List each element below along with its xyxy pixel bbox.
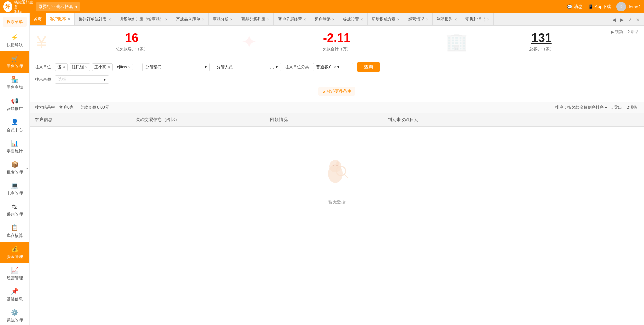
sidebar-item-marketing[interactable]: 📢 营销推广 (0, 94, 29, 115)
right-panel: 首页 客户账本 ✕ 采购订单统计表 ✕ 进货单统计表（按商品） ✕ 产成品入库单… (30, 13, 644, 325)
filter-more-tags[interactable]: ... (135, 65, 138, 69)
tab-product-analysis[interactable]: 商品分析 ✕ (209, 13, 237, 25)
tab-close-purchase-order[interactable]: ✕ (108, 17, 111, 21)
tag-close-wu[interactable]: ✕ (62, 65, 65, 69)
app-download-button[interactable]: 📱 App下载 (588, 4, 611, 10)
sort-label: 排序：按欠款金额倒序排序 (555, 105, 604, 110)
user-menu[interactable]: D demo2 (616, 2, 641, 11)
tab-close-product-analysis-list[interactable]: ✕ (267, 17, 269, 21)
tab-prev-button[interactable]: ◀ (611, 16, 617, 23)
tab-close-profit-report[interactable]: ✕ (454, 17, 457, 21)
tab-profit-report[interactable]: 利润报告 ✕ (433, 13, 461, 25)
tab-close-operation[interactable]: ✕ (426, 17, 428, 21)
sidebar-item-retail[interactable]: 🛒 零售管理 (0, 51, 29, 73)
th-customer-info: 客户信息 (35, 117, 136, 123)
finance-icon: 💰 (11, 245, 18, 253)
tab-customer-contact[interactable]: 客户联络 ✕ (310, 13, 339, 25)
th-repay-info: 回款情况 (270, 117, 388, 123)
top-actions: 💬 消息 📱 App下载 D demo2 (567, 2, 641, 11)
tab-close-product-analysis[interactable]: ✕ (230, 17, 233, 21)
tab-close-all-button[interactable]: ✕ (635, 16, 641, 23)
sidebar-item-purchase[interactable]: 🛍 采购管理 (0, 200, 29, 221)
surplus-select[interactable]: 选择... ▾ (55, 75, 109, 84)
filter-tag-cjttcw: cjttcw ✕ (115, 64, 133, 70)
collapse-button[interactable]: ∧ 收起更多条件 (318, 87, 355, 96)
avatar: D (616, 2, 626, 11)
tab-actions: ◀ ▶ ⤢ ✕ (611, 16, 644, 23)
from-unit-label: 往来单位 (35, 64, 51, 70)
empty-text: 暂无数据 (328, 199, 346, 205)
logo-area: 好 畅捷通好生意 标版 (3, 0, 33, 14)
sidebar-item-wholesale[interactable]: 📦 批发管理 ▾ (0, 157, 29, 179)
sidebar-item-quick-nav[interactable]: ⚡ 快捷导航 (0, 30, 29, 51)
sidebar-item-retail-mall[interactable]: 🏪 零售商城 (0, 73, 29, 94)
tab-promotion-settings[interactable]: 提成设置 ✕ (339, 13, 368, 25)
sidebar-item-system[interactable]: ⚙️ 系统管理 (0, 305, 29, 325)
results-actions: 排序：按欠款金额倒序排序 ▾ ↓ 导出 ↺ 刷新 (555, 105, 639, 110)
tab-purchase-order[interactable]: 采购订单统计表 ✕ (75, 13, 115, 25)
chevron-down-icon3: ▾ (337, 65, 339, 69)
tab-product-analysis-list[interactable]: 商品分析列表 ✕ (237, 13, 274, 25)
tab-customer-book[interactable]: 客户账本 ✕ (46, 13, 75, 25)
filter-tag-chen: 陈民强 ✕ (70, 63, 90, 71)
tab-close-customer-segment[interactable]: ✕ (303, 17, 306, 21)
member-icon: 👤 (11, 118, 18, 126)
message-icon: 💬 (567, 4, 572, 9)
empty-icon (320, 153, 354, 193)
unit-class-select[interactable]: 普通客户 ✕ ▾ (313, 63, 353, 71)
sidebar-search-area: 搜索菜单 (0, 13, 29, 30)
filter-row-1: 往来单位 伍 ✕ 陈民强 ✕ 王小亮 (35, 62, 639, 72)
tab-customer-segment[interactable]: 客户分层经营 ✕ (274, 13, 310, 25)
tab-close-product-stock[interactable]: ✕ (202, 17, 204, 21)
sidebar-item-finance[interactable]: 💰 资金管理 (0, 242, 29, 263)
tab-close-purchase-stats[interactable]: ✕ (165, 17, 168, 21)
sort-select[interactable]: 排序：按欠款金额倒序排序 ▾ (555, 105, 607, 110)
purchase-icon: 🛍 (12, 203, 18, 210)
person-select[interactable]: 分管人员 ... ▾ (214, 63, 281, 71)
filter-tags: 伍 ✕ 陈民强 ✕ 王小亮 ✕ (55, 63, 138, 71)
quick-nav-icon: ⚡ (11, 34, 18, 41)
logo-icon: 好 (3, 1, 12, 12)
org-selector[interactable]: 母婴行业演示帐套 ▾ (36, 2, 80, 11)
tab-retail-profit[interactable]: 零售利润（ ✕ (461, 13, 494, 25)
tag-close-chen[interactable]: ✕ (85, 65, 88, 69)
tab-operation[interactable]: 经营情况 ✕ (404, 13, 433, 25)
tab-product-stock[interactable]: 产成品入库单 ✕ (172, 13, 209, 25)
tag-close-wang[interactable]: ✕ (108, 65, 110, 69)
tab-expand-button[interactable]: ⤢ (627, 16, 633, 23)
content-area: ¥ 16 总欠款客户（家） ✦ -2.11 欠款合计（万） 🏢 131 总客户（… (30, 26, 644, 325)
person-more-icon: ... (270, 64, 274, 70)
sidebar-item-retail-stats[interactable]: 📊 零售统计 (0, 136, 29, 157)
dept-select[interactable]: 分管部门 ▾ (142, 63, 210, 71)
video-link[interactable]: ▶ 视频 (611, 29, 623, 35)
help-link[interactable]: ? 帮助 (627, 29, 639, 35)
tab-new-promotion[interactable]: 新增提成方案 ✕ (368, 13, 404, 25)
tab-close-customer-contact[interactable]: ✕ (332, 17, 335, 21)
tab-next-button[interactable]: ▶ (619, 16, 625, 23)
stat-total-customers: ¥ 16 总欠款客户（家） (30, 26, 234, 58)
table-header: 客户信息 欠款交易信息（占比） 回款情况 到期未收款日期 (30, 113, 644, 127)
sidebar-item-member[interactable]: 👤 会员中心 (0, 115, 29, 136)
query-button[interactable]: 查询 (357, 62, 380, 72)
tab-close-customer-book[interactable]: ✕ (68, 17, 70, 21)
tab-purchase-stats[interactable]: 进货单统计表（按商品） ✕ (115, 13, 172, 25)
refresh-button[interactable]: ↺ 刷新 (626, 105, 639, 110)
sort-chevron-icon: ▾ (605, 105, 607, 110)
export-button[interactable]: ↓ 导出 (611, 105, 622, 110)
message-button[interactable]: 💬 消息 (567, 4, 583, 10)
export-icon: ↓ (611, 105, 613, 110)
sidebar-item-basic-info[interactable]: 📌 基础信息 (0, 284, 29, 305)
stat-bg-icon-customers: ¥ (36, 31, 47, 52)
search-menu-button[interactable]: 搜索菜单 (3, 17, 27, 27)
sidebar-item-ecommerce[interactable]: 💻 电商管理 (0, 179, 29, 200)
tag-close-cjttcw[interactable]: ✕ (128, 65, 131, 69)
main-layout: 搜索菜单 ⚡ 快捷导航 🛒 零售管理 🏪 零售商城 📢 营销推广 👤 会员中心 (0, 13, 644, 325)
tab-close-promotion-settings[interactable]: ✕ (360, 17, 363, 21)
sidebar-item-inventory[interactable]: 📋 库存核算 (0, 221, 29, 242)
tab-close-new-promotion[interactable]: ✕ (397, 17, 400, 21)
tab-close-retail-profit[interactable]: ✕ (487, 17, 489, 21)
tab-home[interactable]: 首页 (30, 13, 46, 25)
tag-close-common-customer[interactable]: ✕ (333, 65, 336, 69)
sidebar-item-operations[interactable]: 📈 经营管理 (0, 263, 29, 284)
stat-bg-icon-debt: ✦ (241, 31, 257, 52)
